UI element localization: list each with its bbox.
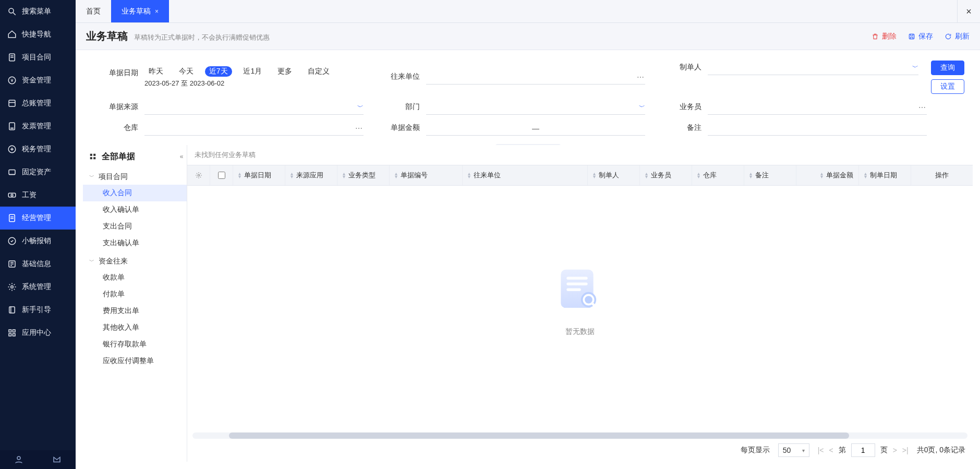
date-opt-custom[interactable]: 自定义 (304, 66, 334, 77)
sidebar-item-basic-info[interactable]: 基础信息 (0, 252, 76, 275)
doc-amount-input[interactable]: — (426, 121, 645, 136)
close-icon[interactable]: × (155, 8, 159, 15)
sidebar-item-reimbursement[interactable]: 小畅报销 (0, 230, 76, 252)
date-opt-1month[interactable]: 近1月 (239, 66, 266, 77)
col-partner[interactable]: ▴▾往来单位 (463, 165, 588, 185)
partner-input[interactable]: ⋯ (426, 70, 645, 85)
refresh-button[interactable]: 刷新 (945, 32, 970, 41)
tree-item-label: 收入确认单 (103, 205, 139, 213)
tree-collapse-button[interactable]: « (176, 145, 187, 168)
sort-icon: ▴▾ (864, 172, 867, 178)
remark-input[interactable] (708, 121, 927, 136)
sidebar-item-salary[interactable]: 工资 (0, 184, 76, 207)
tab-business-draft[interactable]: 业务草稿 × (111, 0, 169, 22)
tree-item-label: 支出合同 (103, 222, 132, 230)
col-doc-no[interactable]: ▴▾单据编号 (390, 165, 463, 185)
tree-item-income-confirm[interactable]: 收入确认单 (83, 201, 187, 218)
col-label: 业务类型 (348, 171, 376, 180)
sidebar-item-app-center[interactable]: 应用中心 (0, 321, 76, 344)
tree-item-income-contract[interactable]: 收入合同 (83, 185, 187, 201)
horizontal-scrollbar[interactable] (192, 432, 967, 439)
tree-item-ar-ap-adjust[interactable]: 应收应付调整单 (83, 353, 187, 369)
page-size-select[interactable]: 50 ▾ (778, 443, 809, 457)
preparer-input[interactable]: ﹀ (708, 61, 918, 75)
col-source-app[interactable]: ▴▾来源应用 (285, 165, 337, 185)
date-opt-more[interactable]: 更多 (273, 66, 296, 77)
page-input[interactable] (851, 443, 875, 457)
first-page-button[interactable]: |< (818, 446, 824, 454)
svg-point-0 (9, 8, 14, 13)
sidebar-item-business-management[interactable]: 经营管理 (0, 207, 76, 230)
tab-home[interactable]: 首页 (76, 0, 111, 22)
col-warehouse[interactable]: ▴▾仓库 (692, 165, 744, 185)
next-page-button[interactable]: > (893, 446, 897, 454)
tree-item-other-income[interactable]: 其他收入单 (83, 319, 187, 336)
tree-group-fund-transactions[interactable]: ﹀ 资金往来 (83, 254, 187, 269)
footer-icon-1[interactable] (14, 455, 23, 464)
tree-group-project-contract[interactable]: ﹀ 项目合同 (83, 169, 187, 185)
sidebar-item-tax-management[interactable]: 税务管理 (0, 138, 76, 161)
svg-rect-31 (90, 154, 92, 156)
settings-button[interactable]: 设置 (931, 79, 964, 94)
refresh-icon (945, 33, 952, 40)
sidebar-item-label: 固定资产 (22, 167, 51, 177)
col-salesman[interactable]: ▴▾业务员 (640, 165, 692, 185)
footer-icon-2[interactable] (52, 455, 62, 464)
tree-item-expense-confirm[interactable]: 支出确认单 (83, 235, 187, 251)
salesman-input[interactable]: ⋯ (708, 100, 927, 115)
tabs-close-all[interactable]: × (957, 0, 980, 23)
sidebar-item-beginner-guide[interactable]: 新手引导 (0, 298, 76, 321)
sidebar-item-general-ledger[interactable]: 总账管理 (0, 92, 76, 115)
col-doc-amount[interactable]: ▴▾单据金额 (796, 165, 859, 185)
date-opt-yesterday[interactable]: 昨天 (144, 66, 167, 77)
select-all-checkbox[interactable] (218, 172, 225, 179)
save-icon (908, 33, 915, 40)
sidebar-item-system-management[interactable]: 系统管理 (0, 275, 76, 298)
tree-item-payment[interactable]: 付款单 (83, 286, 187, 303)
sidebar-item-search-menu[interactable]: 搜索菜单 (0, 0, 76, 23)
grid-select-all-cell[interactable] (210, 165, 233, 185)
tree-item-receipt[interactable]: 收款单 (83, 269, 187, 286)
save-button[interactable]: 保存 (908, 32, 933, 41)
svg-rect-36 (566, 276, 587, 280)
department-select[interactable]: ﹀ (426, 100, 645, 115)
col-create-date[interactable]: ▴▾制单日期 (859, 165, 911, 185)
tree-title: 全部单据 (102, 151, 135, 162)
filter-label-doc-date: 单据日期 (91, 66, 138, 78)
svg-rect-25 (9, 330, 11, 332)
prev-page-button[interactable]: < (829, 446, 833, 454)
sidebar-item-invoice-management[interactable]: 发票管理 (0, 115, 76, 138)
sort-icon: ▴▾ (291, 172, 293, 178)
warehouse-input[interactable]: ⋯ (144, 121, 364, 136)
tree-item-expense-contract[interactable]: 支出合同 (83, 218, 187, 235)
col-biz-type[interactable]: ▴▾业务类型 (337, 165, 390, 185)
scrollbar-thumb[interactable] (229, 432, 849, 439)
svg-point-35 (198, 174, 200, 176)
action-label: 保存 (918, 32, 933, 41)
page-prefix: 第 (839, 446, 846, 455)
empty-state: 暂无数据 (551, 262, 609, 336)
filter-label-preparer: 制单人 (655, 61, 701, 72)
sidebar-footer (0, 450, 76, 469)
date-opt-7days[interactable]: 近7天 (205, 66, 232, 77)
query-button[interactable]: 查询 (931, 61, 964, 75)
sidebar-item-project-contract[interactable]: 项目合同 (0, 46, 76, 69)
doc-source-select[interactable]: ﹀ (144, 100, 364, 115)
col-remark[interactable]: ▴▾备注 (744, 165, 796, 185)
sidebar-item-fixed-assets[interactable]: 固定资产 (0, 161, 76, 184)
sidebar-item-label: 应用中心 (22, 328, 51, 338)
date-opt-today[interactable]: 今天 (175, 66, 198, 77)
col-preparer[interactable]: ▴▾制单人 (588, 165, 640, 185)
sidebar-item-label: 资金管理 (22, 76, 51, 85)
grid-settings-cell[interactable] (187, 165, 210, 185)
sidebar-item-fund-management[interactable]: ¥ 资金管理 (0, 69, 76, 92)
sort-icon: ▴▾ (395, 172, 397, 178)
tree-item-expense-sheet[interactable]: 费用支出单 (83, 303, 187, 319)
tree-item-bank-deposit[interactable]: 银行存取款单 (83, 336, 187, 353)
last-page-button[interactable]: >| (902, 446, 909, 454)
business-icon (7, 213, 17, 223)
col-doc-date[interactable]: ▴▾单据日期 (233, 165, 285, 185)
sidebar-item-label: 项目合同 (22, 53, 51, 62)
sidebar-item-quick-nav[interactable]: 快捷导航 (0, 23, 76, 46)
delete-button[interactable]: 删除 (872, 32, 897, 41)
